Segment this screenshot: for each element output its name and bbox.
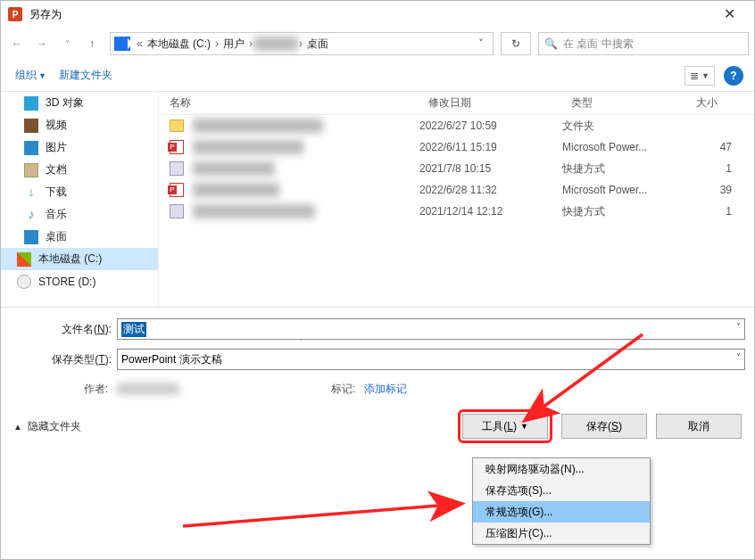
file-name-redacted [193,140,303,154]
file-name-redacted [193,161,275,176]
file-type: Microsoft Power... [562,184,705,196]
breadcrumb-overflow: « [136,37,144,50]
file-type: 文件夹 [562,119,705,134]
filename-input[interactable]: 测试 ˅ [117,318,745,340]
tools-menu-item[interactable]: 保存选项(S)... [473,480,650,501]
file-size: 1 [705,162,741,175]
sidebar-item-disk-c[interactable]: 本地磁盘 (C:) [1,248,158,270]
file-list: 名称 修改日期 类型 大小 2022/6/27 10:59文件夹2022/6/1… [159,92,754,307]
tools-highlight: 工具(L) ▼ [458,409,552,443]
file-type: Microsoft Power... [562,141,705,153]
window-title: 另存为 [29,7,62,22]
file-name-redacted [193,119,323,133]
tools-menu-item[interactable]: 常规选项(G)... [473,501,650,523]
lnk-icon [170,204,184,218]
film-icon [24,119,38,133]
file-date: 2021/12/14 12:12 [419,205,562,218]
up-button[interactable]: ↑ [81,33,103,54]
sidebar-item-music[interactable]: ♪音乐 [1,203,158,226]
address-bar[interactable]: « 本地磁盘 (C:) › 用户 › › 桌面 ˅ [110,32,494,55]
file-size: 47 [705,141,741,153]
file-date: 2022/6/27 10:59 [419,119,562,132]
crumb-1[interactable]: 用户 [220,37,248,52]
recent-drop[interactable]: ˅ [56,33,78,54]
download-icon: ↓ [24,185,38,200]
tags-input[interactable]: 添加标记 [364,382,407,397]
filetype-value: PowerPoint 演示文稿 [121,352,222,367]
picture-icon [24,141,38,155]
cube-icon [24,96,38,111]
document-icon [24,163,38,177]
search-placeholder: 在 桌面 中搜索 [563,37,634,52]
author-value-redacted[interactable] [117,383,179,395]
search-input[interactable]: 🔍 在 桌面 中搜索 [538,32,749,55]
tools-menu-item[interactable]: 压缩图片(C)... [473,523,650,544]
sidebar-item-3d[interactable]: 3D 对象 [1,92,158,114]
filename-value: 测试 [121,322,146,337]
new-folder-button[interactable]: 新建文件夹 [55,64,116,86]
address-drop[interactable]: ˅ [473,37,489,50]
lnk-icon [170,161,184,176]
back-button[interactable]: ← [6,33,28,54]
refresh-button[interactable]: ↻ [501,32,531,55]
tags-label: 标记: [331,382,355,397]
close-button[interactable]: ✕ [711,7,747,21]
drive-icon [114,37,130,51]
column-name[interactable]: 名称 [170,95,428,111]
column-date[interactable]: 修改日期 [428,95,571,111]
desktop-icon [24,230,38,244]
tools-menu-item[interactable]: 映射网络驱动器(N)... [473,458,650,480]
tools-menu: 映射网络驱动器(N)...保存选项(S)...常规选项(G)...压缩图片(C)… [472,457,651,545]
sidebar-item-pictures[interactable]: 图片 [1,136,158,159]
ppt-icon [170,183,184,197]
sidebar: 3D 对象 视频 图片 文档 ↓下载 ♪音乐 桌面 本地磁盘 (C:) STOR… [1,92,159,307]
file-name-redacted [193,204,315,218]
file-row[interactable]: 2021/12/14 12:12快捷方式1 [159,201,754,222]
file-name-redacted [193,183,279,197]
save-button[interactable]: 保存(S) [561,414,647,439]
ppt-icon [170,140,184,154]
sidebar-item-documents[interactable]: 文档 [1,159,158,181]
music-icon: ♪ [24,208,38,222]
filename-label: 文件名(N): [10,322,117,337]
chevron-down-icon: ▼ [520,422,528,431]
sidebar-item-desktop[interactable]: 桌面 [1,226,158,248]
sidebar-item-downloads[interactable]: ↓下载 [1,181,158,203]
app-icon: P [8,7,22,21]
sidebar-item-video[interactable]: 视频 [1,114,158,136]
column-type[interactable]: 类型 [571,95,696,111]
folder-icon [170,119,184,132]
hide-folders-toggle[interactable]: ▲ 隐藏文件夹 [13,419,81,434]
file-size: 39 [705,184,741,196]
column-size[interactable]: 大小 [696,95,754,111]
windows-drive-icon [17,252,31,267]
file-date: 2022/6/11 15:19 [419,141,562,153]
disc-icon [17,275,31,289]
file-row[interactable]: 2022/6/27 10:59文件夹 [159,115,754,136]
sidebar-item-disk-d[interactable]: STORE (D:) [1,270,158,292]
file-type: 快捷方式 [562,161,705,177]
forward-button[interactable]: → [31,33,53,54]
file-row[interactable]: 2022/6/28 11:32Microsoft Power...39 [159,179,754,201]
file-size: 1 [705,205,741,218]
file-row[interactable]: 2021/7/8 10:15快捷方式1 [159,158,754,179]
filename-drop-icon[interactable]: ˅ [736,322,741,332]
file-date: 2022/6/28 11:32 [419,184,562,196]
filetype-drop-icon[interactable]: ˅ [736,352,741,362]
filetype-label: 保存类型(T): [10,352,117,367]
crumb-3[interactable]: 桌面 [303,37,332,52]
file-type: 快捷方式 [562,204,705,219]
crumb-0[interactable]: 本地磁盘 (C:) [144,37,214,52]
search-icon: 🔍 [544,37,558,50]
file-row[interactable]: 2022/6/11 15:19Microsoft Power...47 [159,136,754,158]
author-label: 作者: [63,382,108,397]
organize-button[interactable]: 组织▼ [12,64,50,86]
filetype-select[interactable]: PowerPoint 演示文稿 ˅ [117,349,745,370]
crumb-2-redacted[interactable] [253,37,298,51]
file-date: 2021/7/8 10:15 [419,162,562,175]
cancel-button[interactable]: 取消 [656,414,742,439]
tools-button[interactable]: 工具(L) ▼ [462,414,548,439]
help-button[interactable]: ? [724,66,743,86]
view-options-button[interactable]: ≣ ▼ [684,66,715,86]
caret-icon: ▲ [13,422,22,432]
